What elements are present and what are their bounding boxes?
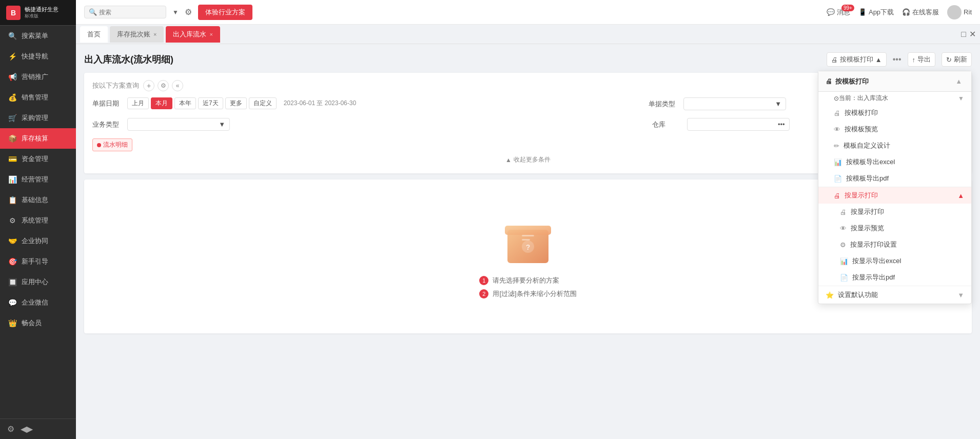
- business-type-select[interactable]: ▼: [127, 118, 230, 131]
- sidebar-item-member[interactable]: 👑 畅会员: [0, 313, 76, 333]
- display-excel-item[interactable]: 📊 按显示导出excel: [818, 253, 971, 269]
- set-default-item[interactable]: ⭐ 设置默认功能 ▼: [818, 286, 971, 304]
- sidebar-item-marketing[interactable]: 📢 营销推广: [0, 67, 76, 87]
- main-area: 🔍 ▼ ⚙ 体验行业方案 💬 消息 99+ 📱 App下载 🎧 在线客服 Rit: [76, 0, 980, 439]
- template-print-section: ⊙ 当前：出入库流水 ▼ 🖨 按模板打印 👁 按模板预览: [818, 92, 971, 187]
- tab-close-all-btn[interactable]: ✕: [969, 29, 976, 39]
- empty-step-2-text: 用[过滤]条件来缩小分析范围: [493, 289, 576, 298]
- date-btn-this-year[interactable]: 本年: [174, 97, 196, 109]
- sidebar-item-system[interactable]: ⚙ 系统管理: [0, 210, 76, 231]
- sidebar-item-purchase[interactable]: 🛒 采购管理: [0, 108, 76, 128]
- page-header: 出入库流水(流水明细) 🖨 按模板打印 ▲ ••• ↑ 导出 ↻ 刷新: [84, 52, 972, 67]
- refresh-btn[interactable]: ↻ 刷新: [942, 52, 972, 67]
- trial-btn[interactable]: 体验行业方案: [198, 5, 252, 20]
- collapse-btn[interactable]: ▲ 收起更多条件: [499, 153, 557, 166]
- refresh-icon: ↻: [946, 56, 952, 64]
- warehouse-label: 仓库: [652, 120, 683, 129]
- pdf-icon-2: 📄: [840, 274, 848, 282]
- step-num-1: 1: [479, 276, 488, 285]
- sidebar-item-quick-nav[interactable]: ⚡ 快捷导航: [0, 46, 76, 67]
- guide-icon: 🎯: [7, 256, 17, 267]
- sidebar-item-appstore[interactable]: 🔲 应用中心: [0, 272, 76, 292]
- sidebar-item-label-purchase: 采购管理: [22, 113, 48, 123]
- purchase-icon: 🛒: [7, 113, 17, 123]
- sidebar-item-enterprise[interactable]: 🤝 企业协同: [0, 231, 76, 251]
- app-logo-icon: B: [6, 6, 21, 20]
- tab-inventory-batch-close-icon[interactable]: ×: [153, 31, 156, 37]
- search-dropdown-btn[interactable]: ▼: [172, 9, 179, 16]
- set-default-label: 设置默认功能: [838, 290, 878, 300]
- filter-add-btn[interactable]: +: [143, 80, 154, 91]
- display-print-section-header[interactable]: 🖨 按显示打印 ▲: [818, 187, 971, 204]
- date-filter-label: 单据日期: [92, 99, 123, 108]
- default-icon: ⭐: [826, 291, 834, 299]
- tab-restore-btn[interactable]: □: [961, 29, 966, 39]
- filter-collapse-btn[interactable]: «: [172, 80, 183, 91]
- display-preview-item[interactable]: 👁 按显示预览: [818, 220, 971, 236]
- warehouse-select[interactable]: •••: [687, 118, 790, 131]
- current-icon: ⊙: [834, 95, 839, 102]
- tab-flow-close-icon[interactable]: ×: [209, 31, 212, 37]
- voucher-type-select[interactable]: ▼: [683, 97, 786, 110]
- print-template-label: 按模板打印: [840, 55, 873, 64]
- sidebar-item-operations[interactable]: 📊 经营管理: [0, 169, 76, 190]
- template-custom-label: 模板自定义设计: [844, 141, 890, 150]
- display-excel-label: 按显示导出excel: [852, 256, 901, 266]
- wechat-icon: 💬: [7, 297, 17, 308]
- sidebar-item-finance[interactable]: 💳 资金管理: [0, 149, 76, 169]
- date-btn-this-month[interactable]: 本月: [151, 97, 172, 109]
- export-btn[interactable]: ↑ 导出: [908, 52, 936, 67]
- collapse-sidebar-icon[interactable]: ◀▶: [21, 424, 33, 434]
- template-print-item[interactable]: 🖨 按模板打印: [818, 105, 971, 121]
- tab-home[interactable]: 首页: [80, 26, 108, 43]
- svg-rect-1: [505, 226, 551, 235]
- app-name: 畅捷通好生意: [25, 6, 58, 13]
- template-excel-item[interactable]: 📊 按模板导出excel: [818, 154, 971, 170]
- online-service-label: 在线客服: [912, 8, 939, 17]
- user-avatar-btn[interactable]: Rit: [947, 5, 972, 19]
- template-custom-item[interactable]: ✏ 模板自定义设计: [818, 137, 971, 154]
- dots-btn[interactable]: •••: [893, 55, 901, 64]
- empty-state: ? 1 请先选择要分析的方案 2 用[过滤]条件来缩小分析范围: [479, 214, 576, 298]
- tab-flow-label: 出入库流水: [173, 30, 206, 39]
- filter-settings-btn[interactable]: ⚙: [158, 80, 169, 91]
- tab-home-label: 首页: [87, 30, 101, 39]
- topbar-search-box[interactable]: 🔍: [84, 6, 166, 18]
- filter-chip-detail: 流水明细: [92, 138, 132, 151]
- display-print-section-label: 按显示打印: [845, 191, 878, 200]
- empty-step-1: 1 请先选择要分析的方案: [479, 276, 576, 285]
- message-icon: 💬: [827, 8, 835, 16]
- sidebar-item-sales[interactable]: 💰 销售管理: [0, 87, 76, 108]
- template-pdf-item[interactable]: 📄 按模板导出pdf: [818, 170, 971, 187]
- dropdown-scroll-up[interactable]: ▲: [953, 75, 964, 87]
- sidebar-item-search[interactable]: 🔍 搜索菜单: [0, 26, 76, 46]
- date-btn-custom[interactable]: 自定义: [249, 97, 277, 109]
- empty-step-2: 2 用[过滤]条件来缩小分析范围: [479, 289, 576, 298]
- topbar: 🔍 ▼ ⚙ 体验行业方案 💬 消息 99+ 📱 App下载 🎧 在线客服 Rit: [76, 0, 980, 25]
- display-pdf-item[interactable]: 📄 按显示导出pdf: [818, 269, 971, 286]
- online-service-btn[interactable]: 🎧 在线客服: [902, 8, 939, 17]
- date-btn-more[interactable]: 更多: [225, 97, 247, 109]
- print-icon: 🖨: [831, 56, 838, 64]
- print-template-btn[interactable]: 🖨 按模板打印 ▲: [827, 52, 887, 67]
- sidebar-item-basic[interactable]: 📋 基础信息: [0, 190, 76, 210]
- topbar-gear-icon[interactable]: ⚙: [185, 7, 192, 17]
- tab-inventory-batch[interactable]: 库存批次账 ×: [110, 26, 164, 43]
- template-preview-item[interactable]: 👁 按模板预览: [818, 121, 971, 137]
- settings-icon[interactable]: ⚙: [7, 424, 14, 434]
- search-input[interactable]: [99, 9, 162, 16]
- date-btn-last-month[interactable]: 上月: [127, 97, 149, 109]
- sidebar-logo: B 畅捷通好生意 标准版: [0, 0, 76, 26]
- date-btn-7days[interactable]: 近7天: [198, 97, 223, 109]
- sidebar-item-label-inventory: 库存核算: [22, 134, 48, 143]
- tab-flow[interactable]: 出入库流水 ×: [166, 26, 220, 43]
- message-btn[interactable]: 💬 消息 99+: [827, 8, 850, 17]
- sidebar-item-guide[interactable]: 🎯 新手引导: [0, 251, 76, 272]
- current-arrow: ▼: [958, 95, 964, 102]
- sidebar-item-inventory[interactable]: 📦 库存核算: [0, 128, 76, 149]
- app-download-btn[interactable]: 📱 App下载: [858, 8, 894, 17]
- display-print-settings-item[interactable]: ⚙ 按显示打印设置: [818, 236, 971, 253]
- basic-icon: 📋: [7, 195, 17, 205]
- display-print-item[interactable]: 🖨 按显示打印: [818, 204, 971, 220]
- sidebar-item-wechat[interactable]: 💬 企业微信: [0, 292, 76, 313]
